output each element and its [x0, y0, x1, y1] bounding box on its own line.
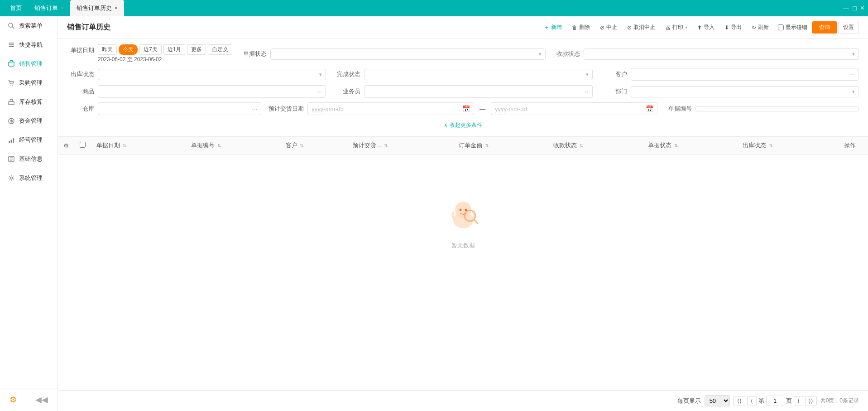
- col-order-no: 单据编号 ⇅: [186, 137, 280, 155]
- sidebar-item-system-mgmt[interactable]: 系统管理: [0, 169, 58, 188]
- sort-amount-icon[interactable]: ⇅: [485, 143, 489, 148]
- sales-rep-ellipsis: ···: [583, 88, 589, 95]
- sidebar-item-purchase-mgmt[interactable]: 采购管理: [0, 73, 58, 92]
- sidebar-label-system-mgmt: 系统管理: [19, 174, 43, 182]
- warehouse-ellipsis: ···: [252, 105, 258, 112]
- customer-label: 客户: [600, 70, 627, 78]
- page-prev-button[interactable]: ⟨: [747, 396, 757, 406]
- delivery-date-start-placeholder: yyyy-mm-dd: [312, 106, 344, 112]
- sidebar-item-operations[interactable]: 经营管理: [0, 131, 58, 150]
- window-close-button[interactable]: ×: [860, 4, 864, 12]
- calendar-start-icon: 📅: [462, 105, 470, 112]
- close-tab-sales-order-history[interactable]: ×: [115, 5, 118, 11]
- sales-rep-input[interactable]: ···: [364, 85, 592, 98]
- select-all-checkbox[interactable]: [80, 142, 86, 148]
- tab-home[interactable]: 首页: [4, 0, 28, 16]
- delivery-date-filter: 预计交货日期 yyyy-mm-dd 📅 — yyyy-mm-dd 📅: [269, 102, 657, 115]
- import-button[interactable]: ⬆ 导入: [693, 21, 719, 34]
- export-icon: ⬇: [724, 24, 729, 31]
- sidebar-item-quick-nav[interactable]: 快捷导航: [0, 35, 58, 54]
- sidebar-item-finance[interactable]: 资金管理: [0, 111, 58, 131]
- collapse-label: 收起更多条件: [450, 121, 482, 129]
- page-next-button[interactable]: ⟩: [794, 396, 803, 406]
- filter-row-4: 仓库 ··· 预计交货日期 yyyy-mm-dd 📅 — yyyy-mm-dd …: [67, 102, 859, 115]
- svg-rect-5: [9, 62, 14, 66]
- warehouse-filter: 仓库 ···: [67, 102, 261, 115]
- page-input[interactable]: [766, 396, 784, 406]
- page-first-button[interactable]: ⟨⟨: [734, 396, 745, 406]
- sort-delivery-icon[interactable]: ⇅: [384, 143, 388, 148]
- print-button[interactable]: 🖨 打印 ▾: [661, 21, 692, 34]
- page-last-button[interactable]: ⟩⟩: [805, 396, 817, 406]
- product-input[interactable]: ···: [98, 85, 326, 98]
- delivery-date-end[interactable]: yyyy-mm-dd 📅: [491, 102, 657, 115]
- delivery-date-start[interactable]: yyyy-mm-dd 📅: [307, 102, 474, 115]
- order-status-select[interactable]: ▾: [270, 48, 546, 60]
- date-btn-today[interactable]: 今天: [119, 44, 138, 55]
- order-no-input[interactable]: [695, 106, 859, 111]
- query-button[interactable]: 查询: [812, 21, 837, 34]
- window-max-button[interactable]: □: [853, 5, 856, 12]
- tab-sales-order[interactable]: 销售订单 ×: [28, 0, 70, 16]
- cancel-stop-button[interactable]: ⊘ 取消中止: [623, 21, 660, 34]
- order-status-filter: 单据状态 ▾: [240, 48, 546, 60]
- display-columns-control[interactable]: 显示碰细: [774, 21, 811, 34]
- sidebar-item-search-menu[interactable]: 搜索菜单: [0, 16, 58, 35]
- sales-icon: [7, 60, 15, 68]
- date-btn-7days[interactable]: 近7天: [139, 44, 162, 55]
- checkbox-header[interactable]: [74, 137, 91, 155]
- outbound-status-select[interactable]: ▾: [98, 69, 326, 80]
- tab-sales-order-history[interactable]: 销售订单历史 ×: [70, 0, 124, 16]
- page-size-select[interactable]: 50 10 20 100: [705, 395, 730, 406]
- delete-icon: 🗑: [572, 24, 577, 31]
- sort-date-icon[interactable]: ⇅: [123, 143, 126, 148]
- payment-status-arrow: ▾: [852, 51, 855, 57]
- sidebar-item-basic-info[interactable]: 基础信息: [0, 150, 58, 169]
- filter-row-3: 商品 ··· 业务员 ··· 部门 ▾: [67, 85, 859, 98]
- svg-point-14: [10, 177, 13, 179]
- customer-input[interactable]: ···: [631, 68, 859, 81]
- purchase-icon: [7, 79, 15, 87]
- department-select[interactable]: ▾: [631, 86, 859, 97]
- stop-button[interactable]: ⊘ 中止: [595, 21, 622, 34]
- date-btn-custom[interactable]: 自定义: [208, 44, 232, 55]
- sort-customer-icon[interactable]: ⇅: [300, 143, 303, 148]
- date-separator: —: [478, 106, 487, 112]
- window-min-button[interactable]: —: [843, 5, 849, 12]
- config-header[interactable]: ⚙: [58, 137, 74, 155]
- col-amount: 订单金额 ⇅: [453, 137, 548, 155]
- sort-outbound-icon[interactable]: ⇅: [769, 143, 772, 148]
- date-btn-more[interactable]: 更多: [187, 44, 206, 55]
- empty-icon: [441, 191, 486, 236]
- table-header-row: ⚙ 单据日期 ⇅ 单据编号 ⇅: [58, 137, 868, 155]
- completion-status-select[interactable]: ▾: [364, 69, 592, 80]
- sidebar-label-operations: 经营管理: [19, 136, 43, 144]
- warehouse-label: 仓库: [67, 105, 94, 113]
- new-button[interactable]: ＋ 新增: [539, 21, 566, 34]
- date-btn-yesterday[interactable]: 昨天: [98, 44, 117, 55]
- outbound-status-label: 出库状态: [67, 70, 94, 78]
- export-button[interactable]: ⬇ 导出: [720, 21, 746, 34]
- sort-payment-icon[interactable]: ⇅: [580, 143, 583, 148]
- sidebar-item-sales-mgmt[interactable]: 销售管理: [0, 54, 58, 73]
- refresh-button[interactable]: ↻ 刷新: [747, 21, 773, 34]
- sidebar-collapse-icon[interactable]: ◀◀: [33, 392, 51, 407]
- close-tab-sales-order[interactable]: ×: [61, 5, 64, 11]
- svg-line-18: [474, 220, 478, 223]
- date-btn-1month[interactable]: 近1月: [163, 44, 186, 55]
- col-outbound-status: 出库状态 ⇅: [737, 137, 832, 155]
- delete-button[interactable]: 🗑 删除: [567, 21, 595, 34]
- sort-order-no-icon[interactable]: ⇅: [217, 143, 221, 148]
- sidebar-item-inventory[interactable]: 库存核算: [0, 92, 58, 111]
- svg-point-0: [9, 23, 13, 27]
- sidebar-gear-icon[interactable]: ⚙: [7, 392, 19, 407]
- col-date: 单据日期 ⇅: [91, 137, 186, 155]
- collapse-button[interactable]: ∧ 收起更多条件: [444, 120, 482, 131]
- sort-order-status-icon[interactable]: ⇅: [674, 143, 678, 148]
- warehouse-input[interactable]: ···: [98, 102, 261, 115]
- settings-button[interactable]: 设置: [838, 21, 859, 34]
- payment-status-select[interactable]: ▾: [584, 48, 859, 60]
- display-columns-checkbox[interactable]: [778, 24, 784, 30]
- import-label: 导入: [704, 24, 715, 31]
- payment-status-filter: 收款状态 ▾: [553, 48, 859, 60]
